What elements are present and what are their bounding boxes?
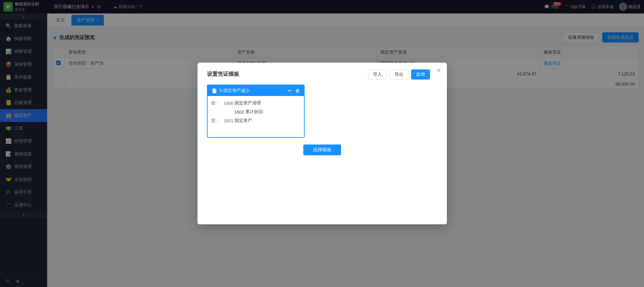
template-row-code-0: 1606 — [224, 101, 234, 106]
template-delete-icon[interactable]: 🗑 — [295, 88, 300, 93]
template-card: 📄 5-固定资产减少 ✏ 🗑 借： 1606 固定资产清理 1602 累计折旧 — [207, 85, 305, 138]
import-btn[interactable]: 导入 — [368, 69, 387, 79]
template-row-account-1: 累计折旧 — [245, 109, 263, 115]
template-row-account-2: 固定资产 — [235, 118, 252, 124]
template-row-direction-0: 借： — [211, 100, 221, 106]
template-row-code-1: 1602 — [235, 109, 244, 115]
template-edit-icon[interactable]: ✏ — [288, 88, 292, 93]
template-doc-icon: 📄 — [212, 88, 217, 93]
template-row-direction-2: 贷： — [211, 118, 221, 124]
template-row-account-0: 固定资产清理 — [235, 100, 261, 106]
template-name: 5-固定资产减少 — [220, 88, 250, 94]
template-row-1: 1602 累计折旧 — [208, 107, 304, 116]
select-template-btn[interactable]: 选择模板 — [303, 145, 341, 155]
new-btn[interactable]: 新增 — [411, 69, 430, 79]
dialog-toolbar: 导入 导出 新增 — [368, 69, 430, 79]
export-btn[interactable]: 导出 — [390, 69, 408, 79]
overlay: 设置凭证模板 导入 导出 新增 × 📄 5-固定资产减少 ✏ 🗑 借： 1606 — [0, 0, 644, 287]
template-row-code-2: 1601 — [224, 118, 234, 123]
template-header-actions: ✏ 🗑 — [288, 88, 300, 93]
dialog-close-btn[interactable]: × — [437, 67, 441, 73]
template-card-header: 📄 5-固定资产减少 ✏ 🗑 — [208, 85, 304, 96]
template-row-0: 借： 1606 固定资产清理 — [208, 99, 304, 107]
dialog: 设置凭证模板 导入 导出 新增 × 📄 5-固定资产减少 ✏ 🗑 借： 1606 — [197, 63, 447, 224]
template-row-2: 贷： 1601 固定资产 — [208, 116, 304, 125]
template-row-empty — [208, 125, 304, 134]
template-card-body: 借： 1606 固定资产清理 1602 累计折旧 贷： 1601 固定资产 — [208, 96, 304, 137]
